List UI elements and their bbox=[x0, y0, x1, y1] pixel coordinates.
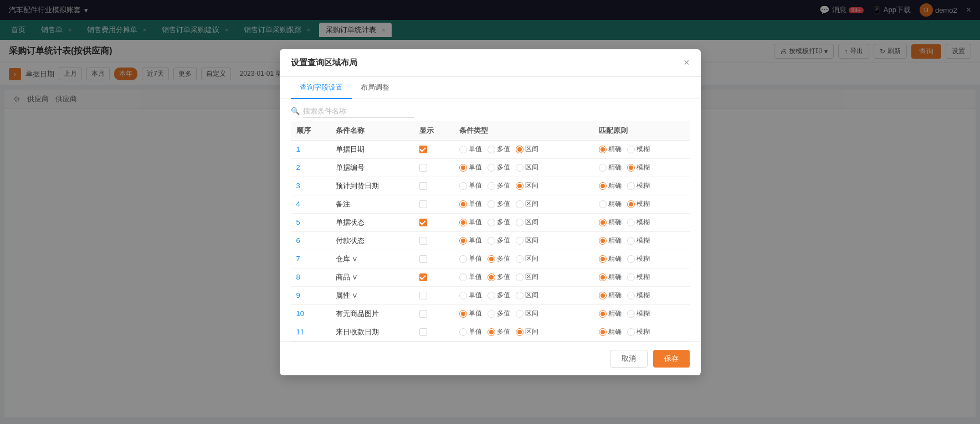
radio-multi[interactable]: 多值 bbox=[488, 272, 510, 282]
radio-exact-dot bbox=[599, 146, 607, 153]
radio-multi[interactable]: 多值 bbox=[488, 199, 510, 209]
match-rule-group: 精确 模糊 bbox=[599, 291, 684, 300]
radio-fuzzy[interactable]: 模糊 bbox=[627, 144, 650, 154]
row-display-checkbox[interactable] bbox=[414, 268, 453, 286]
radio-single[interactable]: 单值 bbox=[459, 181, 482, 190]
radio-single[interactable]: 单值 bbox=[459, 272, 482, 282]
display-checkbox[interactable] bbox=[419, 182, 427, 190]
row-display-checkbox[interactable] bbox=[414, 231, 453, 250]
radio-multi[interactable]: 多值 bbox=[488, 327, 510, 337]
radio-fuzzy[interactable]: 模糊 bbox=[627, 272, 650, 282]
row-display-checkbox[interactable] bbox=[414, 250, 453, 268]
row-order: 4 bbox=[291, 195, 330, 213]
row-order: 10 bbox=[291, 304, 330, 323]
radio-fuzzy-dot bbox=[627, 328, 635, 336]
radio-exact[interactable]: 精确 bbox=[599, 218, 622, 227]
radio-fuzzy[interactable]: 模糊 bbox=[627, 181, 650, 190]
radio-single[interactable]: 单值 bbox=[459, 309, 482, 318]
condition-type-group: 单值 多值 区间 bbox=[459, 236, 588, 245]
radio-exact[interactable]: 精确 bbox=[599, 144, 622, 154]
modal-close-button[interactable]: × bbox=[684, 57, 690, 69]
radio-multi[interactable]: 多值 bbox=[488, 291, 510, 300]
radio-single[interactable]: 单值 bbox=[459, 327, 482, 337]
radio-fuzzy[interactable]: 模糊 bbox=[627, 309, 650, 318]
row-display-checkbox[interactable] bbox=[414, 323, 453, 341]
radio-range[interactable]: 区间 bbox=[516, 291, 538, 300]
row-condition-name: 仓库 ∨ bbox=[330, 250, 414, 268]
radio-single[interactable]: 单值 bbox=[459, 254, 482, 263]
row-display-checkbox[interactable] bbox=[414, 177, 453, 195]
row-display-checkbox[interactable] bbox=[414, 213, 453, 231]
row-condition-name: 有无商品图片 bbox=[330, 304, 414, 323]
display-checkbox[interactable] bbox=[419, 255, 427, 263]
radio-single[interactable]: 单值 bbox=[459, 218, 482, 227]
radio-single[interactable]: 单值 bbox=[459, 236, 482, 245]
radio-range[interactable]: 区间 bbox=[516, 236, 538, 245]
radio-multi[interactable]: 多值 bbox=[488, 163, 510, 172]
radio-fuzzy[interactable]: 模糊 bbox=[627, 254, 650, 263]
radio-multi[interactable]: 多值 bbox=[488, 144, 510, 154]
table-header-row: 顺序 条件名称 显示 条件类型 匹配原则 bbox=[291, 121, 690, 141]
radio-fuzzy[interactable]: 模糊 bbox=[627, 291, 650, 300]
tab-layout-adjust[interactable]: 布局调整 bbox=[352, 77, 398, 99]
match-rule-group: 精确 模糊 bbox=[599, 254, 684, 263]
row-display-checkbox[interactable] bbox=[414, 158, 453, 177]
save-button[interactable]: 保存 bbox=[653, 350, 690, 368]
radio-single[interactable]: 单值 bbox=[459, 291, 482, 300]
match-rule-group: 精确 模糊 bbox=[599, 236, 684, 245]
radio-range[interactable]: 区间 bbox=[516, 144, 538, 154]
row-display-checkbox[interactable] bbox=[414, 286, 453, 304]
radio-exact[interactable]: 精确 bbox=[599, 272, 622, 282]
radio-range[interactable]: 区间 bbox=[516, 309, 538, 318]
radio-multi[interactable]: 多值 bbox=[488, 309, 510, 318]
radio-fuzzy[interactable]: 模糊 bbox=[627, 218, 650, 227]
radio-range-dot bbox=[516, 182, 524, 190]
radio-range[interactable]: 区间 bbox=[516, 199, 538, 209]
radio-exact[interactable]: 精确 bbox=[599, 163, 622, 172]
radio-fuzzy[interactable]: 模糊 bbox=[627, 199, 650, 209]
display-checkbox[interactable] bbox=[419, 237, 427, 245]
radio-fuzzy[interactable]: 模糊 bbox=[627, 163, 650, 172]
condition-type-group: 单值 多值 区间 bbox=[459, 199, 588, 209]
match-rule-group: 精确 模糊 bbox=[599, 327, 684, 337]
radio-range[interactable]: 区间 bbox=[516, 272, 538, 282]
radio-single-dot bbox=[459, 164, 467, 172]
radio-fuzzy[interactable]: 模糊 bbox=[627, 236, 650, 245]
radio-range[interactable]: 区间 bbox=[516, 218, 538, 227]
row-display-checkbox[interactable] bbox=[414, 140, 453, 158]
display-checkbox[interactable] bbox=[419, 200, 427, 208]
radio-range[interactable]: 区间 bbox=[516, 254, 538, 263]
radio-exact[interactable]: 精确 bbox=[599, 181, 622, 190]
tab-query-fields[interactable]: 查询字段设置 bbox=[291, 77, 352, 99]
search-input[interactable] bbox=[303, 105, 414, 118]
display-checkbox[interactable] bbox=[419, 273, 427, 281]
display-checkbox[interactable] bbox=[419, 328, 427, 336]
radio-single[interactable]: 单值 bbox=[459, 199, 482, 209]
radio-range[interactable]: 区间 bbox=[516, 327, 538, 337]
radio-fuzzy[interactable]: 模糊 bbox=[627, 327, 650, 337]
radio-single[interactable]: 单值 bbox=[459, 163, 482, 172]
row-display-checkbox[interactable] bbox=[414, 304, 453, 323]
cancel-button[interactable]: 取消 bbox=[610, 350, 648, 368]
display-checkbox[interactable] bbox=[419, 146, 427, 153]
radio-exact[interactable]: 精确 bbox=[599, 254, 622, 263]
radio-range[interactable]: 区间 bbox=[516, 163, 538, 172]
radio-multi[interactable]: 多值 bbox=[488, 254, 510, 263]
radio-exact[interactable]: 精确 bbox=[599, 291, 622, 300]
display-checkbox[interactable] bbox=[419, 310, 427, 318]
radio-multi[interactable]: 多值 bbox=[488, 181, 510, 190]
display-checkbox[interactable] bbox=[419, 292, 427, 299]
match-rule-group: 精确 模糊 bbox=[599, 199, 684, 209]
radio-exact[interactable]: 精确 bbox=[599, 309, 622, 318]
radio-exact[interactable]: 精确 bbox=[599, 199, 622, 209]
radio-exact[interactable]: 精确 bbox=[599, 327, 622, 337]
row-display-checkbox[interactable] bbox=[414, 195, 453, 213]
display-checkbox[interactable] bbox=[419, 164, 427, 172]
radio-single-dot bbox=[459, 310, 467, 318]
radio-multi[interactable]: 多值 bbox=[488, 236, 510, 245]
radio-exact[interactable]: 精确 bbox=[599, 236, 622, 245]
radio-range[interactable]: 区间 bbox=[516, 181, 538, 190]
display-checkbox[interactable] bbox=[419, 219, 427, 226]
radio-multi[interactable]: 多值 bbox=[488, 218, 510, 227]
radio-single[interactable]: 单值 bbox=[459, 144, 482, 154]
